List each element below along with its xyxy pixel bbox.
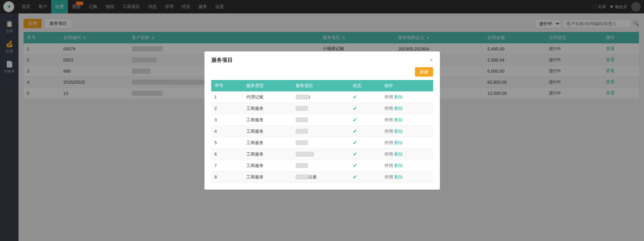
modal-new-button[interactable]: 新建 [415, 67, 433, 77]
modal-col-action: 操作 [381, 80, 433, 91]
stop-button[interactable]: 停用 [384, 106, 393, 112]
modal-col-status: 状态 [349, 80, 381, 91]
delete-button[interactable]: 删除 [394, 151, 403, 157]
modal-table-row: 1 代理记账 ████1 ✔ 停用 删除 [211, 91, 433, 103]
modal-col-item: 服务项目 [292, 80, 349, 91]
modal-close-button[interactable]: × [429, 57, 433, 64]
modal-body: 序号 服务类型 服务项目 状态 操作 1 代理记账 ████1 ✔ 停用 [204, 80, 440, 190]
delete-button[interactable]: 删除 [394, 140, 403, 146]
service-items-table: 序号 服务类型 服务项目 状态 操作 1 代理记账 ████1 ✔ 停用 [211, 80, 433, 183]
delete-button[interactable]: 删除 [394, 174, 403, 180]
stop-button[interactable]: 停用 [384, 163, 393, 169]
stop-button[interactable]: 停用 [384, 128, 393, 134]
delete-button[interactable]: 删除 [394, 163, 403, 169]
delete-button[interactable]: 删除 [394, 128, 403, 134]
modal-table-row: 5 工商服务 ████ ✔ 停用 删除 [211, 137, 433, 149]
delete-button[interactable]: 删除 [394, 117, 403, 123]
modal-col-type: 服务类型 [243, 80, 292, 91]
modal-table-row: 2 工商服务 ████ ✔ 停用 删除 [211, 103, 433, 114]
stop-button[interactable]: 停用 [384, 151, 393, 157]
modal-table-row: 7 工商服务 ████ ✔ 停用 删除 [211, 160, 433, 171]
modal-col-no: 序号 [211, 80, 243, 91]
modal-table-row: 6 工商服务 ██████ ✔ 停用 删除 [211, 149, 433, 160]
delete-button[interactable]: 删除 [394, 106, 403, 112]
modal-table-row: 4 工商服务 ████ ✔ 停用 删除 [211, 126, 433, 137]
modal-overlay: 服务项目 × 新建 序号 服务类型 服务项目 状态 操作 [0, 0, 644, 241]
stop-button[interactable]: 停用 [384, 174, 393, 180]
modal-header: 服务项目 × [204, 51, 440, 67]
stop-button[interactable]: 停用 [384, 117, 393, 123]
modal-toolbar: 新建 [204, 67, 440, 80]
delete-button[interactable]: 删除 [394, 94, 403, 100]
modal-table-row: 8 工商服务 ████注册 ✔ 停用 删除 [211, 171, 433, 183]
service-items-modal: 服务项目 × 新建 序号 服务类型 服务项目 状态 操作 [204, 51, 440, 190]
stop-button[interactable]: 停用 [384, 140, 393, 146]
modal-table-row: 3 工商服务 ████ ✔ 停用 删除 [211, 114, 433, 126]
modal-title: 服务项目 [211, 57, 233, 64]
stop-button[interactable]: 停用 [384, 94, 393, 100]
